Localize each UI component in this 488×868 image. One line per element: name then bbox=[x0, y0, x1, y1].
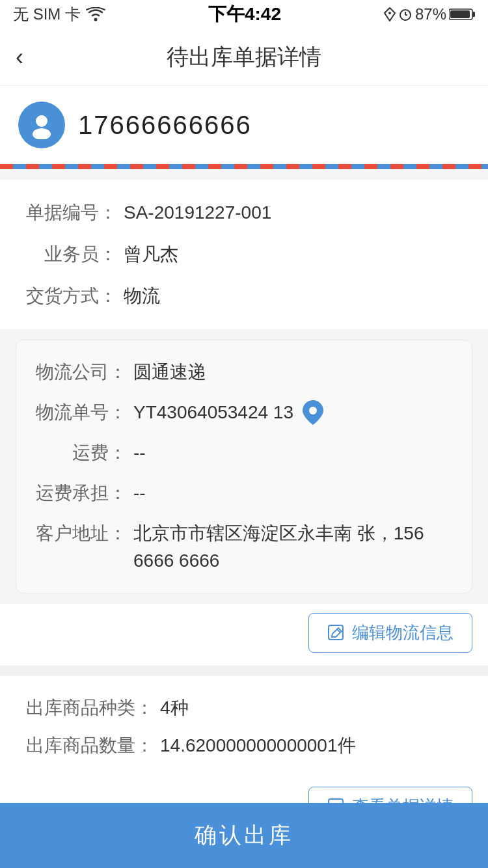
logistics-address-label: 客户地址： bbox=[36, 520, 127, 547]
alarm-icon bbox=[398, 7, 413, 21]
wifi-icon bbox=[86, 7, 105, 21]
edit-button-row: 编辑物流信息 bbox=[0, 604, 488, 666]
location-tracking-icon bbox=[303, 400, 323, 425]
logistics-freight-row: 运费： -- bbox=[36, 439, 452, 467]
back-button[interactable]: ‹ bbox=[16, 44, 23, 71]
logistics-card: 物流公司： 圆通速递 物流单号： YT43064053424 13 运费： --… bbox=[16, 340, 472, 593]
edit-button-label: 编辑物流信息 bbox=[352, 621, 454, 644]
svg-rect-7 bbox=[450, 10, 470, 18]
logistics-tracking-value: YT43064053424 13 bbox=[133, 399, 452, 426]
svg-point-8 bbox=[36, 115, 47, 127]
delivery-value: 物流 bbox=[124, 282, 462, 310]
svg-point-10 bbox=[309, 407, 317, 414]
edit-logistics-button[interactable]: 编辑物流信息 bbox=[308, 613, 472, 653]
logistics-company-label: 物流公司： bbox=[36, 359, 127, 386]
goods-section: 出库商品种类： 4种 出库商品数量： 14.620000000000001件 bbox=[0, 676, 488, 778]
carrier-label: 无 SIM 卡 bbox=[13, 4, 81, 25]
battery-percent: 87% bbox=[415, 5, 446, 23]
section-divider-1 bbox=[0, 666, 488, 676]
svg-point-9 bbox=[33, 128, 51, 139]
person-icon bbox=[27, 111, 56, 139]
nav-bar: ‹ 待出库单据详情 bbox=[0, 29, 488, 86]
status-bar-left: 无 SIM 卡 bbox=[13, 4, 105, 25]
logistics-freight-label: 运费： bbox=[36, 439, 127, 467]
logistics-freight-value: -- bbox=[133, 439, 452, 467]
salesman-row: 业务员： 曾凡杰 bbox=[26, 241, 462, 268]
location-status-icon bbox=[384, 7, 396, 21]
order-info-section: 单据编号： SA-20191227-001 业务员： 曾凡杰 交货方式： 物流 bbox=[0, 180, 488, 329]
logistics-address-row: 客户地址： 北京市市辖区海淀区永丰南 张，156 6666 6666 bbox=[36, 520, 452, 575]
goods-type-row: 出库商品种类： 4种 bbox=[26, 696, 462, 720]
user-section: 17666666666 bbox=[0, 86, 488, 164]
logistics-company-row: 物流公司： 圆通速递 bbox=[36, 359, 452, 386]
status-bar: 无 SIM 卡 下午4:42 87% bbox=[0, 0, 488, 29]
goods-quantity-label: 出库商品数量： bbox=[26, 733, 154, 758]
order-no-label: 单据编号： bbox=[26, 199, 117, 226]
goods-type-value: 4种 bbox=[160, 696, 189, 720]
delivery-label: 交货方式： bbox=[26, 282, 117, 310]
goods-quantity-value: 14.620000000000001件 bbox=[160, 733, 356, 758]
user-phone: 17666666666 bbox=[78, 111, 252, 140]
nav-title: 待出库单据详情 bbox=[167, 42, 321, 72]
svg-point-0 bbox=[94, 18, 98, 21]
svg-rect-6 bbox=[472, 12, 475, 17]
edit-icon bbox=[327, 624, 346, 642]
goods-type-label: 出库商品种类： bbox=[26, 696, 154, 720]
battery-icon bbox=[449, 8, 475, 21]
salesman-value: 曾凡杰 bbox=[124, 241, 462, 268]
logistics-company-value: 圆通速递 bbox=[133, 359, 452, 386]
goods-quantity-row: 出库商品数量： 14.620000000000001件 bbox=[26, 733, 462, 758]
logistics-freight-bear-label: 运费承担： bbox=[36, 480, 127, 507]
user-avatar bbox=[18, 102, 65, 148]
logistics-freight-bear-value: -- bbox=[133, 480, 452, 507]
confirm-bar[interactable]: 确认出库 bbox=[0, 803, 488, 868]
salesman-label: 业务员： bbox=[26, 241, 117, 268]
svg-point-1 bbox=[388, 12, 391, 14]
logistics-tracking-label: 物流单号： bbox=[36, 399, 127, 426]
logistics-address-value: 北京市市辖区海淀区永丰南 张，156 6666 6666 bbox=[133, 520, 452, 575]
order-no-value: SA-20191227-001 bbox=[124, 199, 462, 226]
logistics-freight-bear-row: 运费承担： -- bbox=[36, 480, 452, 507]
dashed-divider bbox=[0, 164, 488, 169]
delivery-row: 交货方式： 物流 bbox=[26, 282, 462, 310]
order-no-row: 单据编号： SA-20191227-001 bbox=[26, 199, 462, 226]
status-bar-time: 下午4:42 bbox=[208, 2, 281, 27]
logistics-tracking-row: 物流单号： YT43064053424 13 bbox=[36, 399, 452, 426]
confirm-button-label: 确认出库 bbox=[195, 821, 293, 850]
status-bar-right: 87% bbox=[384, 5, 475, 23]
